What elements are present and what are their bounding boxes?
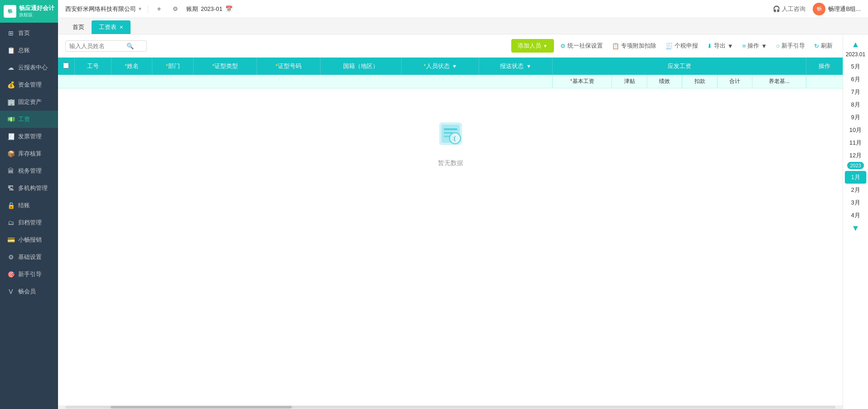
special-deduction-action[interactable]: 📋 专项附加扣除 [609,40,659,52]
sidebar-item-tax[interactable]: 🏛 税务管理 [0,162,58,180]
company-name: 西安虾米网络科技有限公司 [65,5,136,13]
sidebar-item-invoice[interactable]: 🧾 发票管理 [0,128,58,145]
th-allowance: 津贴 [612,75,647,88]
sidebar-item-archive-label: 归档管理 [18,219,42,227]
cloud-report-icon: ☁ [7,64,15,71]
add-person-button[interactable]: 添加人员 ▼ [511,39,554,53]
operations-action[interactable]: ≡ 操作 ▼ [740,40,770,52]
settings-icon: ⚙ [7,253,15,261]
sidebar-item-multi-org[interactable]: 🏗 多机构管理 [0,180,58,197]
sidebar-item-archive[interactable]: 🗂 归档管理 [0,214,58,231]
th-id-type: *证型类型 [194,58,257,75]
empty-state: :( 暂无数据 [58,88,843,195]
table-sub-header-row: *基本工资 津贴 绩效 扣款 合计 养老基... [58,75,843,88]
th-deduction: 扣款 [682,75,717,88]
calendar-month-8[interactable]: 8月 [843,98,868,111]
scroll-thumb[interactable] [111,406,292,409]
social-security-action[interactable]: ⚙ 统一社保设置 [558,40,606,52]
search-wrapper[interactable]: 🔍 [65,40,147,52]
toolbar-right: 添加人员 ▼ ⚙ 统一社保设置 📋 专项附加扣除 🧾 个税申报 [511,39,835,53]
sidebar-item-cloud-report[interactable]: ☁ 云报表中心 [0,59,58,76]
special-deduction-label: 专项附加扣除 [621,42,656,50]
guide-action[interactable]: ○ 新手引导 [773,40,808,52]
special-deduction-icon: 📋 [612,43,619,49]
sidebar-item-multi-org-label: 多机构管理 [18,184,48,192]
header-period: 账期 2023-01 📅 [186,5,233,13]
th-name: *姓名 [111,58,152,75]
company-selector[interactable]: 西安虾米网络科技有限公司 ▼ [65,5,142,13]
sidebar-item-salary[interactable]: 💵 工资 [0,111,58,128]
tab-home[interactable]: 首页 [65,20,92,34]
calendar-month-3[interactable]: 3月 [843,196,868,209]
th-checkbox[interactable] [58,58,74,75]
sidebar-item-member[interactable]: V 畅会员 [0,283,58,300]
sidebar-item-expense-label: 小畅报销 [18,236,42,244]
company-dropdown-arrow: ▼ [138,6,142,11]
social-security-label: 统一社保设置 [567,42,603,50]
avatar: 畅 [813,3,825,15]
refresh-action[interactable]: ↻ 刷新 [811,40,835,52]
tab-salary-table[interactable]: 工资表 ✕ [92,20,131,34]
fund-icon: 💰 [7,81,15,88]
sidebar-logo: 畅 畅应通好会计 旗舰版 [0,0,58,23]
calendar-month-12[interactable]: 12月 [843,149,868,162]
sidebar: 畅 畅应通好会计 旗舰版 ⊞ 首页 📋 总账 ☁ 云报表中心 💰 资金管理 🏢 … [0,0,58,409]
personal-tax-icon: 🧾 [665,43,673,49]
sidebar-item-expense[interactable]: 💳 小畅报销 [0,231,58,248]
empty-text: 暂无数据 [438,159,463,167]
tabs-bar: 首页 工资表 ✕ [58,18,868,34]
guide-label: 新手引导 [781,42,805,50]
calendar-month-1[interactable]: 1月 [845,171,866,184]
calendar-month-10[interactable]: 10月 [843,124,868,136]
sidebar-item-settings[interactable]: ⚙ 基础设置 [0,248,58,266]
calendar-month-6[interactable]: 6月 [843,73,868,86]
calendar-month-11[interactable]: 11月 [843,136,868,149]
calendar-up-nav[interactable]: ▲ [850,38,862,51]
personal-tax-action[interactable]: 🧾 个税申报 [663,40,701,52]
sidebar-item-inventory[interactable]: 📦 库存核算 [0,145,58,162]
refresh-icon: ↻ [814,43,819,49]
th-id-number: *证型号码 [257,58,320,75]
add-person-arrow: ▼ [543,44,548,49]
th-dept: *部门 [152,58,194,75]
sidebar-item-fund-label: 资金管理 [18,81,42,89]
empty-icon: :( [432,116,469,152]
calendar-month-4[interactable]: 4月 [843,209,868,222]
header-divider-1 [148,5,148,13]
service-button[interactable]: 🎧 人工咨询 [773,5,805,13]
calendar-down-nav[interactable]: ▼ [850,222,862,235]
search-input[interactable] [69,43,124,49]
calendar-month-2[interactable]: 2月 [843,184,868,196]
th-pension: 养老基... [752,75,806,88]
tab-close-icon[interactable]: ✕ [119,24,123,30]
header-settings-button[interactable]: ⚙ [170,4,181,15]
sidebar-item-home[interactable]: ⊞ 首页 [0,24,58,42]
th-status: *人员状态 ▼ [402,58,479,75]
calendar-icon[interactable]: 📅 [225,5,233,12]
close-icon: 🔒 [7,202,15,209]
panel-container: 🔍 添加人员 ▼ ⚙ 统一社保设置 📋 专项附加扣除 [58,34,868,409]
table-header-row: 工号 *姓名 *部门 *证型类型 *证型号码 国籍（地区） *人员状态 ▼ 报送… [58,58,843,75]
calendar-month-9[interactable]: 9月 [843,111,868,124]
sidebar-item-close[interactable]: 🔒 结账 [0,197,58,214]
calendar-month-7[interactable]: 7月 [843,86,868,98]
guide-icon: 🎯 [7,271,15,278]
username: 畅理通B组... [828,5,861,13]
sidebar-item-tax-label: 税务管理 [18,167,42,175]
select-all-checkbox[interactable] [63,63,69,68]
table-scroll-bar[interactable] [58,405,843,409]
calendar-month-5[interactable]: 5月 [843,60,868,73]
table-wrapper: 工号 *姓名 *部门 *证型类型 *证型号码 国籍（地区） *人员状态 ▼ 报送… [58,58,843,405]
search-icon: 🔍 [126,43,134,49]
operations-arrow: ▼ [761,43,767,49]
sidebar-item-guide[interactable]: 🎯 新手引导 [0,266,58,283]
sidebar-item-ledger[interactable]: 📋 总账 [0,42,58,59]
export-action[interactable]: ⬇ 导出 ▼ [704,40,736,52]
scroll-track [65,406,835,409]
header-add-button[interactable]: + [154,4,165,15]
salary-icon: 💵 [7,116,15,123]
sidebar-item-fund[interactable]: 💰 资金管理 [0,76,58,93]
sidebar-item-fixed-assets[interactable]: 🏢 固定资产 [0,93,58,111]
user-menu[interactable]: 畅 畅理通B组... [813,3,861,15]
calendar-period-label: 2023.01 [846,51,865,58]
